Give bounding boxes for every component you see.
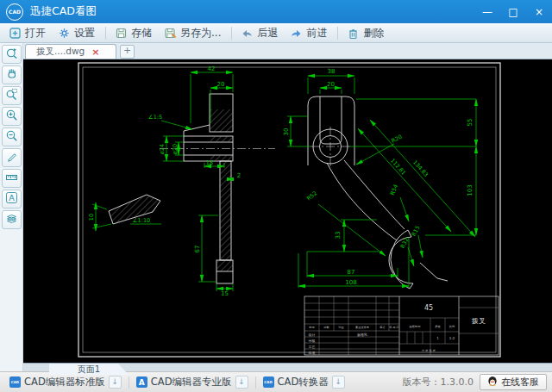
svg-text:R52: R52 [305, 190, 318, 202]
text-tool[interactable]: A [2, 190, 22, 208]
right-view-part [308, 96, 448, 289]
svg-text:A: A [9, 193, 15, 202]
save-as-icon [164, 27, 177, 40]
svg-text:15: 15 [221, 290, 229, 297]
save-icon [115, 27, 128, 40]
download-icon[interactable]: ↓ [332, 376, 345, 389]
minimize-button[interactable]: — [474, 0, 500, 23]
svg-text:1:2: 1:2 [449, 336, 455, 340]
statusbar-divider [129, 376, 129, 389]
svg-text:108: 108 [345, 279, 356, 286]
toolbar: 打开 设置 存储 另存为... 后退 前进 删除 [0, 23, 552, 43]
cad-converter-icon: CAD [263, 376, 274, 388]
svg-text:分区: 分区 [338, 326, 344, 329]
online-support-button[interactable]: 在线客服 [480, 374, 547, 390]
svg-text:批准: 批准 [309, 351, 316, 355]
ruler-icon [5, 171, 18, 187]
drawing-canvas[interactable]: 42 20 ∠1:5 ø24 ø20 18 2 67 15 ∠1:10 10 3… [23, 59, 552, 363]
svg-text:共 张 第 张: 共 张 第 张 [422, 349, 436, 352]
layers-tool[interactable] [2, 210, 22, 229]
zoom-in-tool[interactable] [2, 107, 22, 126]
svg-text:工艺: 工艺 [309, 345, 316, 349]
settings-label: 设置 [74, 26, 95, 40]
page-tab-1[interactable]: 页面1 [49, 364, 129, 375]
svg-text:拨叉: 拨叉 [471, 317, 486, 325]
pencil-icon [5, 150, 18, 166]
svg-text:设计: 设计 [309, 333, 316, 337]
svg-text:∠1:5: ∠1:5 [148, 114, 162, 121]
svg-text:30: 30 [283, 128, 290, 136]
document-tab[interactable]: 拨叉....dwg × [25, 44, 116, 59]
forward-button[interactable]: 前进 [285, 24, 334, 42]
text-a-icon: A [5, 191, 18, 208]
document-tabstrip: 拨叉....dwg × + [23, 43, 552, 59]
open-button[interactable]: 打开 [3, 24, 53, 42]
svg-text:45: 45 [424, 304, 433, 312]
dimension-lines [92, 72, 476, 291]
open-label: 打开 [25, 26, 46, 40]
toolbar-divider [231, 27, 232, 40]
measure-pencil-tool[interactable] [2, 148, 22, 167]
promo-cad-editor-pro[interactable]: A CAD编辑器专业版 ↓ [132, 376, 253, 389]
statusbar-divider [255, 376, 256, 389]
download-icon[interactable]: ↓ [235, 376, 248, 389]
pan-hand-icon [5, 67, 18, 84]
content-area: 拨叉....dwg × + [23, 43, 552, 371]
dimension-labels: 42 20 ∠1:5 ø24 ø20 18 2 67 15 ∠1:10 10 3… [88, 65, 474, 298]
svg-text:ø20: ø20 [172, 144, 179, 154]
svg-text:2: 2 [237, 172, 241, 179]
zoom-out-icon [5, 129, 18, 146]
layers-icon [5, 212, 18, 228]
forward-arrow-icon [290, 27, 303, 40]
svg-text:20: 20 [217, 81, 225, 88]
svg-text:55: 55 [467, 119, 474, 127]
zoom-out-tool[interactable] [2, 128, 22, 146]
left-view-hatching [210, 109, 233, 271]
svg-text:67: 67 [194, 246, 201, 253]
tab-close-icon[interactable]: × [91, 47, 99, 58]
app-window: CAD 迅捷CAD看图 — □ × 打开 设置 存储 另存为... 后退 [0, 0, 552, 392]
cad-editor-pro-icon: A [136, 376, 147, 388]
svg-text:阶段标记: 阶段标记 [410, 325, 422, 328]
document-tab-label: 拨叉....dwg [36, 46, 85, 58]
svg-text:38: 38 [328, 68, 336, 75]
forward-label: 前进 [306, 26, 327, 40]
svg-text:103: 103 [467, 184, 474, 196]
main-area: A 拨叉....dwg × + [0, 43, 552, 371]
save-button[interactable]: 存储 [110, 24, 159, 42]
delete-trash-icon [347, 27, 360, 40]
online-support-label: 在线客服 [501, 376, 539, 389]
svg-text:质量: 质量 [435, 325, 441, 328]
svg-text:87: 87 [348, 269, 355, 276]
toolbar-divider [105, 27, 106, 40]
centerlines [160, 127, 350, 166]
settings-button[interactable]: 设置 [53, 24, 102, 42]
promo-cad-editor-standard[interactable]: CAD CAD编辑器标准版 ↓ [5, 376, 126, 389]
settings-gear-icon [58, 27, 71, 40]
toolbar-divider [337, 27, 338, 40]
save-as-button[interactable]: 另存为... [159, 24, 228, 42]
cad-editor-standard-icon: CAD [9, 376, 21, 388]
close-button[interactable]: × [526, 0, 552, 23]
qq-penguin-icon [487, 376, 498, 389]
new-tab-button[interactable]: + [120, 45, 135, 59]
svg-text:R54: R54 [389, 184, 399, 196]
back-button[interactable]: 后退 [235, 24, 285, 42]
svg-text:10: 10 [88, 214, 95, 221]
svg-text:R20: R20 [391, 134, 404, 145]
save-as-label: 另存为... [180, 26, 221, 40]
cad-drawing: 42 20 ∠1:5 ø24 ø20 18 2 67 15 ∠1:10 10 3… [23, 59, 552, 363]
view-orbit-tool[interactable] [2, 45, 22, 64]
svg-text:处数: 处数 [323, 326, 329, 329]
zoom-window-tool[interactable] [2, 86, 22, 105]
pan-hand-tool[interactable] [2, 65, 22, 84]
promo-cad-converter[interactable]: CAD CAD转换器 ↓ [259, 376, 349, 389]
download-icon[interactable]: ↓ [109, 376, 122, 389]
measure-ruler-tool[interactable] [2, 169, 22, 188]
zoom-window-icon [5, 88, 18, 104]
tool-sidebar: A [0, 43, 23, 371]
svg-text:比例: 比例 [449, 325, 455, 328]
maximize-button[interactable]: □ [500, 0, 526, 23]
delete-button[interactable]: 删除 [342, 24, 391, 42]
cad-editor-standard-label: CAD编辑器标准版 [24, 376, 105, 389]
